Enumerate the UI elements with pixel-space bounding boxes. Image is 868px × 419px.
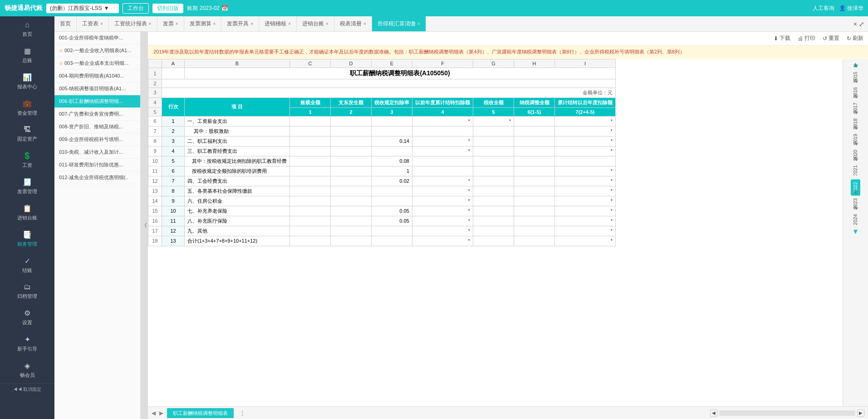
year-2023[interactable]: 2023年 — [851, 196, 860, 211]
tab-invoice-open[interactable]: 发票开具 × — [221, 16, 259, 31]
list-item-003[interactable]: ⊙003-一般企业成本支出明细... — [54, 57, 140, 70]
sidebar-item-assets[interactable]: 💼 资金管理 — [0, 95, 54, 121]
col-header-C: C — [290, 59, 331, 68]
sheet-nav-right[interactable]: ▶ — [159, 410, 163, 416]
scroll-right-btn[interactable]: ▶ — [857, 409, 864, 417]
sidebar-item-guide[interactable]: ✦ 新手引导 — [0, 331, 54, 357]
download-btn[interactable]: ⬇ 下载 — [774, 34, 790, 42]
collapse-panel-btn[interactable]: 《 — [141, 32, 148, 419]
sidebar-item-settle[interactable]: ✓ 结账 — [0, 252, 54, 278]
reset-icon: ↺ — [823, 35, 827, 42]
invoice-icon: 🧾 — [23, 178, 32, 186]
year-2015[interactable]: 2015年 — [851, 70, 860, 84]
year-down-btn[interactable]: ▼ — [852, 228, 859, 236]
sidebar: ⌂ 首页 ▦ 总账 📊 报表中心 💼 资金管理 🏗 固定资产 💲 工资 🧾 发票… — [0, 16, 54, 419]
sidebar-item-reports[interactable]: 📊 报表中心 — [0, 68, 54, 95]
app-logo: 畅捷通易代账 — [5, 4, 43, 12]
ledger-icon: ▦ — [24, 47, 31, 55]
list-item-010[interactable]: 010-免税、减计收入及加计... — [54, 146, 140, 159]
tab-invoice[interactable]: 发票 × — [157, 16, 184, 31]
list-item-008[interactable]: 008-资产折旧、推销及纳税... — [54, 121, 140, 133]
sidebar-item-settings[interactable]: ⚙ 设置 — [0, 304, 54, 331]
top-bar-right: 人工客询 👤 徐泽华 — [813, 5, 863, 12]
year-2020[interactable]: 2020年 — [851, 148, 860, 162]
sheet-more-btn[interactable]: ⋮ — [239, 409, 245, 417]
list-item-007[interactable]: 007-广告费和业务宣传费明... — [54, 108, 140, 121]
table-row: 12 7 四、工会经费支出 0.02 * * — [148, 176, 616, 186]
sheet-tab-main[interactable]: 职工薪酬纳税调整明细表 — [167, 408, 234, 418]
tab-salary[interactable]: 工资表 × — [77, 16, 109, 31]
download-icon: ⬇ — [774, 35, 778, 42]
list-item-001[interactable]: 001-企业所得税年度纳税申... — [54, 32, 140, 44]
sidebar-item-invoice[interactable]: 🧾 发票管理 — [0, 173, 54, 200]
sidebar-label-invoice: 发票管理 — [17, 188, 37, 195]
sidebar-item-inout[interactable]: 📋 进销台账 — [0, 200, 54, 226]
switch-version-button[interactable]: 切到旧版 — [152, 4, 183, 13]
year-2024[interactable]: 2024年 — [851, 212, 860, 227]
list-panel: 001-企业所得税年度纳税申... ⊙002-一般企业收入明细表(A1... ⊙… — [54, 32, 141, 419]
refresh-btn[interactable]: ↻ 刷新 — [847, 34, 863, 42]
tab-salary-report[interactable]: 工资统计报表 × — [109, 16, 157, 31]
sidebar-label-fixed: 固定资产 — [17, 136, 37, 142]
sidebar-label-settle: 结账 — [22, 267, 32, 274]
table-row: 15 10 七、补充养老保险 0.05 * * — [148, 206, 616, 216]
sidebar-item-salary[interactable]: 💲 工资 — [0, 147, 54, 173]
tab-home[interactable]: 首页 — [54, 16, 77, 31]
sidebar-label-assets: 资金管理 — [17, 110, 37, 117]
year-2018[interactable]: 2018年 — [851, 117, 860, 131]
cancel-fixed-btn[interactable]: ◀◀ 取消固定 — [0, 383, 54, 395]
print-btn[interactable]: 🖨 打印 — [798, 34, 815, 42]
col-header-E: E — [372, 59, 412, 68]
sidebar-label-vip: 畅会员 — [20, 372, 35, 379]
list-item-004[interactable]: 004-期间费用明细表(A1040... — [54, 70, 140, 83]
sidebar-item-ledger[interactable]: ▦ 总账 — [0, 42, 54, 68]
list-item-002[interactable]: ⊙002-一般企业收入明细表(A1... — [54, 44, 140, 57]
company-selector[interactable]: (勿删）江西股宝-LSS ▼ — [46, 4, 119, 13]
sidebar-item-tax[interactable]: 📑 税务管理 — [0, 226, 54, 252]
sidebar-item-vip[interactable]: ◈ 畅会员 — [0, 357, 54, 383]
list-item-006[interactable]: 006-职工薪酬纳税调整明细... — [54, 95, 140, 108]
workbench-button[interactable]: 工作台 — [123, 3, 149, 14]
scroll-left-btn[interactable]: ◀ — [710, 409, 717, 417]
tab-ledger[interactable]: 进销台账 × — [297, 16, 334, 31]
main-layout: ⌂ 首页 ▦ 总账 📊 报表中心 💼 资金管理 🏗 固定资产 💲 工资 🧾 发票… — [0, 16, 868, 419]
list-item-012[interactable]: 012-减免企业所得税优惠明细(.. — [54, 171, 140, 184]
sidebar-item-fixed[interactable]: 🏗 固定资产 — [0, 121, 54, 147]
spreadsheet-wrapper[interactable]: A B C D E F G H I — [148, 59, 843, 407]
list-item-009[interactable]: 009-企业所得税税补亏填明... — [54, 133, 140, 146]
sidebar-item-archive[interactable]: 🗂 归档管理 — [0, 278, 54, 304]
archive-icon: 🗂 — [24, 283, 31, 291]
list-item-005[interactable]: 005-纳税调整项目明细表(A1... — [54, 83, 140, 95]
horizontal-scrollbar[interactable] — [719, 410, 855, 416]
sidebar-item-home[interactable]: ⌂ 首页 — [0, 16, 54, 42]
settle-icon: ✓ — [25, 257, 30, 265]
col-header-I: I — [555, 59, 616, 68]
support-link[interactable]: 人工客询 — [813, 5, 834, 12]
vip-icon: ◈ — [25, 361, 30, 370]
tab-check[interactable]: 进销稽核 × — [259, 16, 297, 31]
tab-tax-settlement[interactable]: 所得税汇算清缴 × — [372, 16, 426, 31]
tab-close-btn[interactable]: × — [853, 20, 857, 28]
list-item-011[interactable]: 011-研发费用加计扣除优惠... — [54, 159, 140, 171]
top-bar-left: 畅捷通易代账 (勿删）江西股宝-LSS ▼ 工作台 切到旧版 账期 2023-0… — [5, 3, 228, 14]
year-2017[interactable]: 2017年 — [851, 101, 860, 115]
tab-bar: 首页 工资表 × 工资统计报表 × 发票 × 发票测算 × 发票开具 × 进销稽… — [54, 16, 868, 32]
year-2016[interactable]: 2016年 — [851, 85, 860, 100]
year-2022[interactable]: 2022年 — [851, 179, 860, 195]
tab-taxbook[interactable]: 税表清册 × — [334, 16, 372, 31]
table-row: 8 3 二、职工福利支出 0.14 * * — [148, 136, 616, 146]
sidebar-label-settings: 设置 — [22, 319, 32, 326]
sheet-nav-left[interactable]: ◀ — [152, 410, 156, 416]
period-info: 账期 2023-02 📅 — [187, 5, 228, 12]
home-icon: ⌂ — [25, 21, 29, 29]
tab-invoice-calc[interactable]: 发票测算 × — [184, 16, 222, 31]
year-2019[interactable]: 2019年 — [851, 132, 860, 146]
sidebar-label-home: 首页 — [22, 31, 32, 38]
year-2021[interactable]: 2021年 — [851, 163, 860, 178]
reset-btn[interactable]: ↺ 重置 — [823, 34, 839, 42]
header-g2: 5 — [473, 107, 514, 116]
tab-maximize-btn[interactable]: ⤢ — [859, 20, 864, 28]
year-up-btn[interactable]: ▲ — [852, 61, 859, 69]
table-row: 1 职工薪酬纳税调整明细表(A105050) — [148, 68, 616, 79]
spreadsheet-area: ⬇ 下载 🖨 打印 ↺ 重置 ↻ 刷新 — [148, 32, 868, 419]
